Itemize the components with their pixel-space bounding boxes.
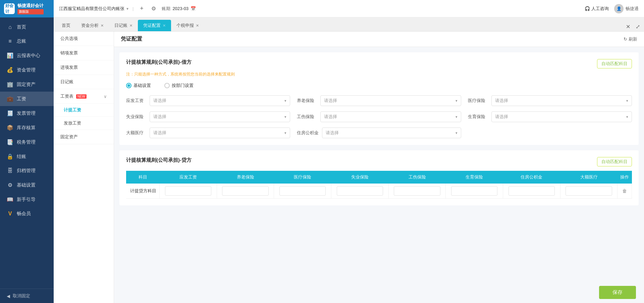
select-maternity[interactable]: 请选择 ▾	[491, 111, 632, 122]
sidebar-item-home-label: 首页	[17, 24, 26, 30]
select-medical[interactable]: 请选择 ▾	[491, 95, 632, 106]
select-large-medical-placeholder: 请选择	[153, 130, 166, 136]
tab-journal[interactable]: 日记账 ✕	[109, 20, 138, 31]
input-work-injury[interactable]	[394, 186, 440, 196]
credit-auto-match-btn[interactable]: 自动匹配科目	[597, 157, 632, 166]
input-pension[interactable]	[222, 186, 268, 196]
sidebar-item-close[interactable]: 🔒 结账	[0, 149, 54, 164]
chevron-down-icon: ▾	[126, 6, 128, 11]
tab-finance-close[interactable]: ✕	[101, 23, 104, 28]
left-nav-sales-invoice[interactable]: 销项发票	[54, 46, 114, 60]
select-work-injury[interactable]: 请选择 ▾	[320, 111, 461, 122]
settings-gear-button[interactable]: ⚙	[150, 5, 158, 13]
sidebar-item-archive[interactable]: 🗄 归档管理	[0, 164, 54, 178]
select-large-medical[interactable]: 请选择 ▾	[150, 128, 290, 138]
select-salary[interactable]: 请选择 ▾	[150, 95, 290, 106]
close-window-btn[interactable]: ✕	[625, 22, 632, 31]
membership-icon: V	[7, 211, 13, 217]
label-pension: 养老保险	[297, 98, 317, 104]
input-housing[interactable]	[508, 186, 555, 196]
tab-tax-label: 个税申报	[176, 22, 194, 29]
left-nav-salary-table[interactable]: 工资表 NEW ∨	[54, 89, 114, 104]
invoice-icon: 🧾	[7, 110, 13, 116]
refresh-icon: ↻	[624, 37, 627, 42]
sidebar-item-fixed-assets-label: 固定资产	[17, 82, 36, 88]
user-menu[interactable]: 👤 畅捷通	[614, 4, 639, 13]
left-nav-salary-table-label: 工资表 NEW	[60, 93, 87, 99]
left-nav-public[interactable]: 公共选项	[54, 32, 114, 46]
input-medical[interactable]	[279, 186, 326, 196]
cell-large-medical	[560, 184, 618, 199]
tab-voucher-close[interactable]: ✕	[163, 23, 166, 28]
input-maternity[interactable]	[451, 186, 497, 196]
left-nav-journal[interactable]: 日记账	[54, 75, 114, 89]
radio-department[interactable]: 按部门设置	[164, 83, 194, 89]
cancel-fixed-btn[interactable]: ◀ 取消固定	[0, 289, 54, 303]
debit-section: 自动匹配科目 计提核算规则(公司承担)-借方 注：只能选择一种方式，系统将按照您…	[119, 52, 639, 145]
tab-home[interactable]: 首页	[56, 20, 76, 31]
service-btn[interactable]: 🎧 人工咨询	[585, 6, 609, 12]
sidebar-item-ledger[interactable]: ≡ 总账	[0, 34, 54, 48]
fixed-assets-icon: 🏢	[7, 81, 13, 88]
arrow-housing: ▾	[455, 131, 458, 135]
left-nav-calc-salary[interactable]: 计提工资	[54, 104, 114, 117]
left-nav-fixed-asset-label: 固定资产	[60, 134, 78, 140]
debit-auto-match-btn[interactable]: 自动匹配科目	[597, 59, 632, 68]
select-housing[interactable]: 请选择 ▾	[322, 128, 461, 138]
sidebar-item-settings[interactable]: ⚙ 基础设置	[0, 178, 54, 192]
select-pension[interactable]: 请选择 ▾	[320, 95, 461, 106]
company-selector[interactable]: 江西服宝精品有限责任公司内账张 ▾	[59, 6, 128, 12]
input-salary[interactable]	[165, 186, 211, 196]
logo-icon: 好会计	[4, 3, 15, 14]
tab-journal-close[interactable]: ✕	[129, 23, 132, 28]
arrow-salary: ▾	[284, 99, 286, 103]
save-button[interactable]: 保存	[599, 286, 636, 299]
label-unemployment: 失业保险	[126, 114, 146, 120]
input-unemployment[interactable]	[337, 186, 383, 196]
label-maternity: 生育保险	[468, 114, 488, 120]
headset-icon: 🎧	[585, 6, 590, 11]
select-unemployment[interactable]: 请选择 ▾	[150, 111, 290, 122]
main-panel: 凭证配置 ↻ 刷新 自动匹配科目 计提核算规则(公司承担)-借方 注：只能选择一…	[114, 32, 644, 303]
delete-row-btn[interactable]: 🗑	[622, 188, 627, 194]
label-work-injury: 工伤保险	[297, 114, 317, 120]
left-nav-purchase-invoice[interactable]: 进项发票	[54, 60, 114, 75]
sidebar-item-finance[interactable]: 💰 资金管理	[0, 63, 54, 77]
arrow-left-icon: ◀	[7, 294, 10, 299]
arrow-work-injury: ▾	[455, 115, 458, 119]
arrow-medical: ▾	[626, 99, 628, 103]
sidebar-item-inventory-label: 库存核算	[17, 125, 36, 131]
period-label: 账期	[162, 6, 170, 12]
sidebar-item-salary[interactable]: 💼 工资	[0, 92, 54, 106]
refresh-button[interactable]: ↻ 刷新	[624, 36, 637, 42]
sidebar-item-invoice[interactable]: 🧾 发票管理	[0, 106, 54, 120]
label-medical: 医疗保险	[468, 98, 488, 104]
sidebar-item-inventory[interactable]: 📦 库存核算	[0, 120, 54, 135]
content-area: 公共选项 销项发票 进项发票 日记账 工资表 NEW ∨ 计提工资 发放工资	[54, 32, 644, 303]
sidebar-item-tax[interactable]: 📑 税务管理	[0, 135, 54, 149]
sidebar-item-reports[interactable]: 📊 云报表中心	[0, 48, 54, 63]
inventory-icon: 📦	[7, 124, 13, 131]
radio-basic[interactable]: 基础设置	[126, 83, 151, 89]
sidebar-item-fixed-assets[interactable]: 🏢 固定资产	[0, 77, 54, 92]
left-nav-fixed-asset[interactable]: 固定资产	[54, 130, 114, 144]
sidebar-item-membership[interactable]: V 畅会员	[0, 207, 54, 221]
sidebar-item-tax-label: 税务管理	[17, 139, 36, 145]
tab-finance[interactable]: 资金分析 ✕	[76, 20, 109, 31]
left-nav-pay-salary[interactable]: 发放工资	[54, 117, 114, 130]
ledger-icon: ≡	[7, 38, 13, 44]
page-header: 凭证配置 ↻ 刷新	[114, 32, 644, 47]
tab-voucher[interactable]: 凭证配置 ✕	[138, 20, 171, 31]
credit-section: 自动匹配科目 计提核算规则(公司承担)-贷方 科目 应发工资 养老保险 医疗保险…	[119, 150, 639, 205]
add-tab-button[interactable]: +	[138, 5, 146, 13]
tab-tax-close[interactable]: ✕	[196, 23, 199, 28]
sidebar-item-guide[interactable]: 📖 新手引导	[0, 192, 54, 207]
tab-tax[interactable]: 个税申报 ✕	[171, 20, 204, 31]
select-salary-placeholder: 请选择	[153, 98, 166, 104]
period-selector[interactable]: 账期 2023-03 📅	[162, 6, 196, 12]
fullscreen-btn[interactable]: ⤢	[634, 22, 641, 31]
cell-salary	[159, 184, 217, 199]
form-item-maternity: 生育保险 请选择 ▾	[468, 111, 632, 122]
input-large-medical[interactable]	[566, 186, 612, 196]
sidebar-item-home[interactable]: ⌂ 首页	[0, 20, 54, 34]
